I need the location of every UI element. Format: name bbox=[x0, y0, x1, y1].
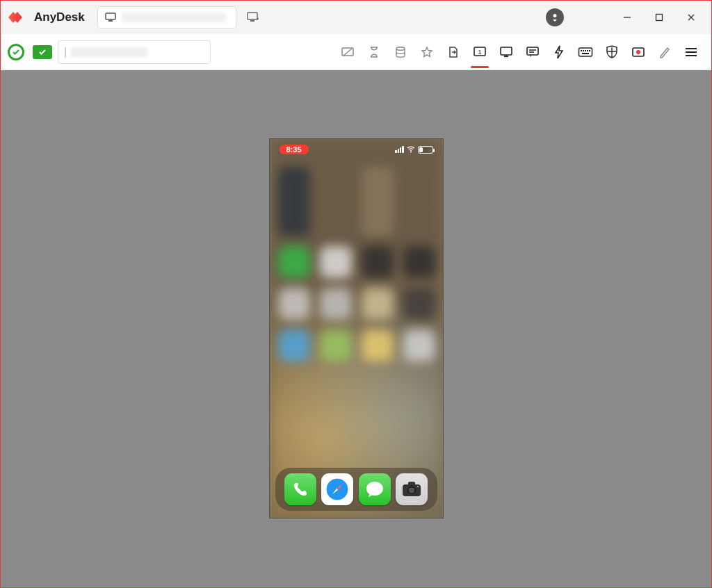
pen-icon[interactable] bbox=[652, 39, 678, 65]
window-controls bbox=[611, 1, 707, 34]
star-icon[interactable] bbox=[414, 39, 440, 65]
maximize-button[interactable] bbox=[643, 1, 675, 34]
chat-icon[interactable] bbox=[519, 39, 546, 65]
svg-rect-19 bbox=[582, 53, 589, 54]
messages-app-icon[interactable] bbox=[359, 473, 391, 505]
file-transfer-icon[interactable] bbox=[440, 39, 467, 65]
titlebar: AnyDesk bbox=[1, 1, 711, 34]
remote-viewport[interactable]: 8:35 28 bbox=[1, 70, 711, 588]
display-icon[interactable] bbox=[493, 39, 519, 65]
wifi-icon bbox=[407, 146, 415, 153]
close-button[interactable] bbox=[675, 1, 707, 34]
address-field[interactable]: | bbox=[58, 40, 211, 64]
app-title: AnyDesk bbox=[34, 10, 85, 24]
svg-text:1: 1 bbox=[478, 48, 481, 55]
phone-app-icon[interactable] bbox=[284, 473, 316, 505]
minimize-button[interactable] bbox=[611, 1, 643, 34]
recording-time-pill: 8:35 bbox=[280, 145, 309, 154]
new-tab-button[interactable] bbox=[242, 6, 264, 28]
svg-rect-26 bbox=[408, 482, 415, 486]
svg-rect-0 bbox=[106, 13, 115, 19]
cellular-signal-icon bbox=[395, 146, 403, 153]
clock-time: 8:35 bbox=[286, 145, 302, 154]
address-value bbox=[71, 47, 147, 57]
privacy-icon[interactable] bbox=[334, 39, 361, 65]
svg-point-28 bbox=[409, 488, 414, 493]
hamburger-icon[interactable] bbox=[678, 39, 704, 65]
connection-status-icon bbox=[8, 44, 24, 60]
svg-point-21 bbox=[636, 50, 640, 54]
svg-rect-2 bbox=[248, 13, 257, 19]
svg-rect-10 bbox=[501, 47, 512, 55]
toolbar: | 1 bbox=[1, 34, 711, 70]
remote-device-screen[interactable]: 8:35 28 bbox=[269, 138, 444, 518]
svg-rect-11 bbox=[504, 56, 508, 57]
battery-icon: 28 bbox=[418, 146, 433, 154]
monitor-1-icon[interactable]: 1 bbox=[467, 39, 493, 65]
svg-rect-1 bbox=[108, 20, 113, 22]
record-icon[interactable] bbox=[625, 39, 652, 65]
stack-icon[interactable] bbox=[387, 39, 414, 65]
svg-rect-5 bbox=[656, 15, 663, 21]
battery-percent: 28 bbox=[419, 147, 432, 153]
invite-download-button[interactable] bbox=[546, 8, 564, 26]
monitor-icon bbox=[105, 13, 116, 22]
session-tab[interactable] bbox=[97, 6, 236, 28]
svg-rect-13 bbox=[579, 48, 592, 56]
shield-icon[interactable] bbox=[599, 39, 625, 65]
svg-rect-12 bbox=[527, 47, 538, 55]
tab-label bbox=[122, 13, 226, 22]
lightning-icon[interactable] bbox=[546, 39, 572, 65]
hourglass-icon[interactable] bbox=[361, 39, 387, 65]
home-apps-blurred bbox=[278, 167, 435, 361]
svg-rect-14 bbox=[581, 50, 582, 51]
svg-rect-15 bbox=[583, 50, 584, 51]
svg-point-7 bbox=[396, 47, 405, 49]
svg-rect-3 bbox=[250, 20, 254, 22]
svg-point-29 bbox=[417, 486, 419, 487]
svg-point-4 bbox=[553, 14, 557, 17]
ios-dock bbox=[275, 468, 437, 511]
camera-app-icon[interactable] bbox=[396, 473, 428, 505]
safari-app-icon[interactable] bbox=[321, 473, 353, 505]
svg-rect-16 bbox=[585, 50, 586, 51]
ios-status-bar: 8:35 28 bbox=[270, 143, 443, 156]
svg-rect-17 bbox=[587, 50, 588, 51]
svg-rect-18 bbox=[589, 50, 590, 51]
keyboard-icon[interactable] bbox=[572, 39, 599, 65]
session-monitor-icon[interactable] bbox=[33, 45, 52, 59]
anydesk-logo-icon bbox=[8, 8, 27, 27]
svg-point-22 bbox=[410, 152, 412, 153]
